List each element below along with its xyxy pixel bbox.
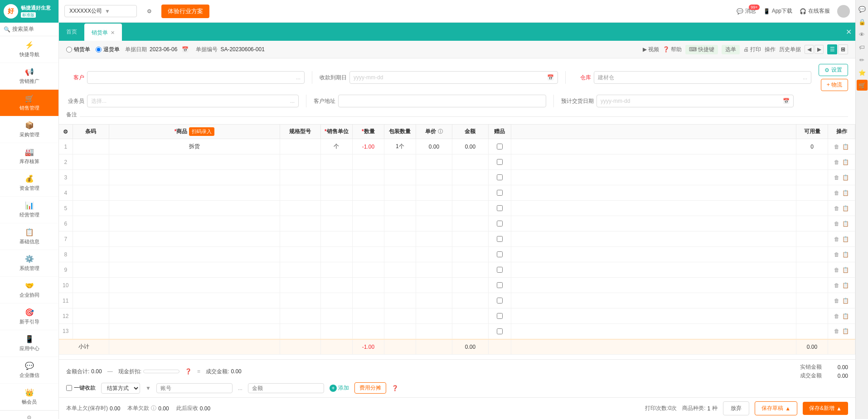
copy-row-btn[interactable]: 📋 <box>842 251 849 258</box>
prev-record-btn[interactable]: ◀ <box>805 45 814 54</box>
row-gift[interactable] <box>488 324 511 339</box>
cash-discount-input[interactable] <box>143 370 179 373</box>
logistics-btn[interactable]: + 物流 <box>821 79 848 91</box>
col-header-price[interactable]: 单价 ⓘ <box>416 125 452 139</box>
row-barcode[interactable] <box>73 201 109 216</box>
video-action[interactable]: ▶ 视频 <box>643 46 659 53</box>
amount-input[interactable] <box>248 383 324 393</box>
grid-view-btn[interactable]: ⊞ <box>838 44 848 54</box>
help-action[interactable]: ❓ 帮助 <box>663 46 682 53</box>
sidebar-item-sales[interactable]: 🛒 销售管理 <box>0 90 58 116</box>
row-spec[interactable] <box>280 139 320 154</box>
delete-row-btn[interactable]: 🗑 <box>834 159 839 165</box>
row-unit[interactable] <box>320 247 352 262</box>
print-action[interactable]: 🖨 打印 <box>743 46 761 53</box>
delete-row-btn[interactable]: 🗑 <box>834 236 839 242</box>
copy-row-btn[interactable]: 📋 <box>842 313 849 319</box>
col-header-unit[interactable]: *销售单位 <box>320 125 352 139</box>
gift-checkbox[interactable] <box>497 236 503 242</box>
calendar-due-icon[interactable]: 📅 <box>547 74 554 81</box>
discard-btn[interactable]: 放弃 <box>723 401 749 415</box>
row-pkg-qty[interactable] <box>384 185 416 201</box>
copy-row-btn[interactable]: 📋 <box>842 205 849 212</box>
row-barcode[interactable] <box>73 185 109 201</box>
row-amount[interactable] <box>452 201 488 216</box>
right-panel-lock[interactable]: 🔒 <box>857 16 868 27</box>
copy-row-btn[interactable]: 📋 <box>842 159 849 165</box>
gift-checkbox[interactable] <box>497 159 503 165</box>
row-spec[interactable] <box>280 231 320 247</box>
row-amount[interactable]: 0.00 <box>452 139 488 154</box>
sidebar-item-marketing[interactable]: 📢 营销推广 <box>0 63 58 90</box>
row-pkg-qty[interactable] <box>384 293 416 308</box>
row-pkg-qty[interactable] <box>384 262 416 278</box>
row-price[interactable] <box>416 201 452 216</box>
row-pkg-qty[interactable] <box>384 247 416 262</box>
row-spec[interactable] <box>280 262 320 278</box>
row-unit[interactable] <box>320 324 352 339</box>
gift-checkbox[interactable] <box>497 221 503 226</box>
calendar-icon[interactable]: 📅 <box>182 46 189 53</box>
row-goods[interactable] <box>109 262 280 278</box>
warehouse-input[interactable]: 建材仓 ... <box>594 71 811 84</box>
row-amount[interactable] <box>452 216 488 231</box>
row-unit[interactable] <box>320 154 352 170</box>
delete-row-btn[interactable]: 🗑 <box>834 221 839 227</box>
row-amount[interactable] <box>452 278 488 293</box>
col-header-available[interactable]: 可用量 <box>796 125 828 139</box>
row-spec[interactable] <box>280 308 320 324</box>
row-price[interactable] <box>416 262 452 278</box>
sidebar-item-appstore[interactable]: 📱 应用中心 <box>0 330 58 357</box>
row-pkg-qty[interactable]: 1个 <box>384 139 416 154</box>
save-new-btn[interactable]: 保存&新增 ▲ <box>803 402 848 415</box>
sidebar-item-inventory[interactable]: 🏭 库存核算 <box>0 143 58 170</box>
row-gift[interactable] <box>488 170 511 185</box>
row-price[interactable] <box>416 170 452 185</box>
row-gift[interactable] <box>488 308 511 324</box>
gift-checkbox[interactable] <box>497 174 503 180</box>
row-qty[interactable] <box>352 247 384 262</box>
customer-input[interactable]: ... <box>87 71 305 84</box>
row-pkg-qty[interactable] <box>384 154 416 170</box>
row-gift[interactable] <box>488 231 511 247</box>
right-panel-star[interactable]: ⭐ <box>857 67 868 78</box>
row-spec[interactable] <box>280 185 320 201</box>
sidebar-item-wechat[interactable]: 💬 企业微信 <box>0 357 58 384</box>
row-barcode[interactable] <box>73 216 109 231</box>
right-panel-message[interactable]: 💬 <box>857 4 868 14</box>
one-click-payment-check[interactable]: 一键收款 <box>66 384 96 392</box>
row-unit[interactable] <box>320 262 352 278</box>
right-panel-cart[interactable]: 🛒 <box>857 80 868 91</box>
salesman-input[interactable]: 选择... ... <box>87 95 299 107</box>
expected-date-input[interactable]: yyyy-mm-dd 📅 <box>596 95 794 107</box>
right-panel-edit[interactable]: ✏ <box>857 54 868 65</box>
row-unit[interactable] <box>320 231 352 247</box>
row-amount[interactable] <box>452 154 488 170</box>
help-hint-icon[interactable]: ❓ <box>185 368 192 375</box>
row-barcode[interactable] <box>73 170 109 185</box>
radio-return[interactable]: 退货单 <box>96 46 120 53</box>
next-record-btn[interactable]: ▶ <box>815 45 824 54</box>
row-gift[interactable] <box>488 154 511 170</box>
gift-checkbox[interactable] <box>497 313 503 319</box>
tab-home[interactable]: 首页 <box>59 23 84 41</box>
gift-checkbox[interactable] <box>497 328 503 334</box>
delete-row-btn[interactable]: 🗑 <box>834 190 839 196</box>
sidebar-item-purchase[interactable]: 📦 采购管理 <box>0 116 58 143</box>
row-goods[interactable] <box>109 201 280 216</box>
copy-row-btn[interactable]: 📋 <box>842 236 849 242</box>
sidebar-item-newguide[interactable]: 🎯 新手引导 <box>0 303 58 330</box>
col-header-barcode[interactable]: 条码 <box>73 125 109 139</box>
copy-row-btn[interactable]: 📋 <box>842 282 849 289</box>
row-amount[interactable] <box>452 185 488 201</box>
add-payment-btn[interactable]: + 添加 <box>330 384 349 392</box>
row-barcode[interactable] <box>73 308 109 324</box>
row-goods[interactable] <box>109 185 280 201</box>
row-goods[interactable] <box>109 278 280 293</box>
shortcut-action[interactable]: ⌨ 快捷键 <box>685 45 718 54</box>
row-spec[interactable] <box>280 324 320 339</box>
row-qty[interactable] <box>352 185 384 201</box>
col-header-spec[interactable]: 规格型号 <box>280 125 320 139</box>
row-unit[interactable] <box>320 293 352 308</box>
delete-row-btn[interactable]: 🗑 <box>834 282 839 289</box>
